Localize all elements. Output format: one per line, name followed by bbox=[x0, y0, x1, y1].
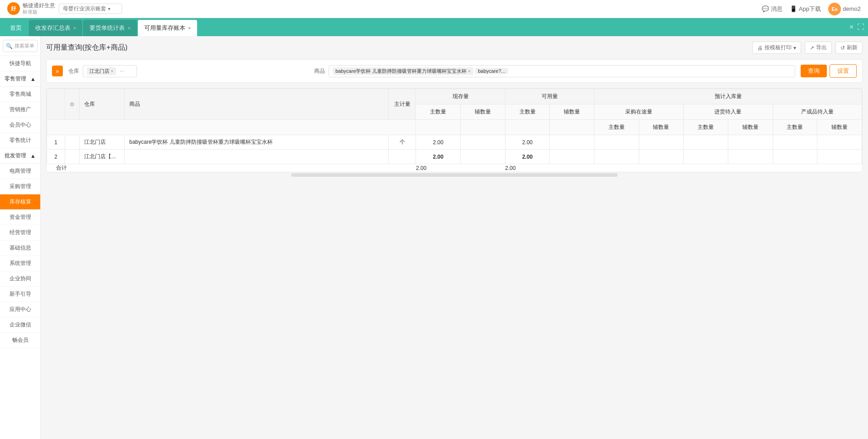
row1-avail-aux bbox=[550, 135, 594, 150]
pur-pending-aux-header: 辅数量 bbox=[728, 120, 773, 135]
table-row: 2 江北门店【... 2.00 2.00 bbox=[47, 150, 862, 164]
prod-pending-main-header: 主数量 bbox=[773, 120, 817, 135]
export-button[interactable]: ↗ 导出 bbox=[805, 42, 832, 54]
tab-receive-close-icon[interactable]: × bbox=[73, 25, 76, 31]
row1-avail-main: 2.00 bbox=[505, 135, 550, 150]
sidebar-item-operations[interactable]: 经营管理 bbox=[0, 225, 40, 241]
warehouse-tag: 江北门店 × bbox=[87, 67, 116, 75]
sidebar-item-member-center[interactable]: 会员中心 bbox=[0, 118, 40, 133]
col-forecast-header: 预计入库量 bbox=[594, 89, 862, 104]
row2-pur-pending-main bbox=[684, 150, 728, 164]
sidebar-item-inventory[interactable]: 库存核算 bbox=[0, 194, 40, 210]
template-selector[interactable]: 母婴行业演示账套 ▾ bbox=[59, 4, 122, 14]
col-gear-header: ⚙ bbox=[65, 89, 80, 120]
refresh-button[interactable]: ↺ 刷新 bbox=[835, 42, 863, 54]
main-layout: 🔍 搜索菜单 快捷导航 零售管理 ▲ 零售商城 营销推广 会员中心 零售统计 批… bbox=[0, 36, 868, 439]
col-stock-main-header: 主数量 bbox=[416, 104, 461, 120]
row1-unit: 个 bbox=[389, 135, 416, 150]
col-avail-aux-header: 辅数量 bbox=[550, 104, 594, 120]
col-unit-header: 主计量 bbox=[389, 89, 416, 120]
row2-stock-main: 2.00 bbox=[416, 150, 461, 164]
user-menu[interactable]: Ea demo2 bbox=[828, 3, 861, 15]
message-button[interactable]: 💬 消息 bbox=[762, 5, 783, 13]
row1-product: babycare学饮杯 儿童防摔防撞吸管杯重力球吸嘴杯宝宝水杯 bbox=[125, 135, 389, 150]
pur-transit-main-header: 主数量 bbox=[594, 120, 639, 135]
col-warehouse-header: 仓库 bbox=[80, 89, 125, 120]
nav-right-controls: × ⛶ bbox=[849, 18, 864, 36]
sidebar-item-ecommerce[interactable]: 电商管理 bbox=[0, 164, 40, 179]
sidebar-item-enterprise-wechat[interactable]: 企业微信 bbox=[0, 317, 40, 333]
filter-product-group: 商品 babycare学饮杯 儿童防摔防撞吸管杯重力球吸嘴杯宝宝水杯 × bab… bbox=[314, 65, 795, 77]
gear-icon[interactable]: ⚙ bbox=[70, 101, 75, 108]
sidebar-item-purchase[interactable]: 采购管理 bbox=[0, 179, 40, 194]
tab-home[interactable]: 首页 bbox=[4, 20, 28, 36]
sidebar-item-system[interactable]: 系统管理 bbox=[0, 256, 40, 271]
sidebar-search-button[interactable]: 🔍 搜索菜单 bbox=[3, 40, 38, 52]
table-container: ⚙ 仓库 商品 主计量 现存量 可用量 预计入库量 主数量 辅数量 主数量 辅数… bbox=[46, 88, 863, 172]
table-header-row: ⚙ 仓库 商品 主计量 现存量 可用量 预计入库量 bbox=[47, 89, 862, 104]
row1-stock-main: 2.00 bbox=[416, 135, 461, 150]
row1-pur-transit-main bbox=[594, 135, 639, 150]
chevron-up-icon: ▲ bbox=[30, 76, 36, 82]
warehouse-input[interactable]: 江北门店 × ··· bbox=[83, 65, 137, 77]
sidebar-item-retail-mall[interactable]: 零售商城 bbox=[0, 87, 40, 102]
tab-home-label: 首页 bbox=[10, 24, 22, 32]
filter-action-buttons: 查询 设置 bbox=[801, 64, 857, 78]
logo-text: 畅捷通好生意 bbox=[23, 2, 55, 9]
maximize-icon[interactable]: ⛶ bbox=[857, 23, 864, 31]
query-button[interactable]: 查询 bbox=[801, 65, 827, 77]
search-icon: 🔍 bbox=[6, 43, 13, 49]
sidebar-item-quick-nav[interactable]: 快捷导航 bbox=[0, 56, 40, 71]
col-no-header bbox=[47, 89, 65, 120]
filter-expand-button[interactable]: » bbox=[52, 66, 63, 76]
row2-pur-transit-aux bbox=[639, 150, 684, 164]
template-label: 母婴行业演示账套 bbox=[63, 5, 106, 13]
tab-receive-summary[interactable]: 收发存汇总表 × bbox=[29, 20, 82, 36]
row2-stock-aux bbox=[461, 150, 505, 164]
app-download-button[interactable]: 📱 App下载 bbox=[790, 5, 821, 13]
tab-available-close-icon[interactable]: × bbox=[188, 25, 191, 31]
row2-pur-pending-aux bbox=[728, 150, 773, 164]
sidebar-item-member[interactable]: 畅会员 bbox=[0, 333, 40, 348]
tab-available-stock[interactable]: 可用量库存账本 × bbox=[138, 20, 197, 36]
product-tag1-close-icon[interactable]: × bbox=[468, 69, 471, 74]
tab-order-stats[interactable]: 要货单统计表 × bbox=[83, 20, 137, 36]
export-icon: ↗ bbox=[810, 45, 814, 51]
logo-text-area: 畅捷通好生意 标准版 bbox=[23, 2, 55, 15]
row2-pur-transit-main bbox=[594, 150, 639, 164]
sidebar-item-wholesale-mgmt[interactable]: 批发管理 ▲ bbox=[0, 148, 40, 164]
print-button[interactable]: 🖨 按模板打印 ▾ bbox=[752, 42, 801, 54]
product-input[interactable]: babycare学饮杯 儿童防摔防撞吸管杯重力球吸嘴杯宝宝水杯 × babyca… bbox=[329, 65, 795, 77]
sidebar-item-enterprise[interactable]: 企业协同 bbox=[0, 271, 40, 287]
warehouse-more-icon[interactable]: ··· bbox=[118, 68, 126, 74]
page-header: 可用量查询(按仓库+商品) 🖨 按模板打印 ▾ ↗ 导出 ↺ 刷新 bbox=[46, 42, 863, 54]
tab-receive-label: 收发存汇总表 bbox=[35, 24, 71, 32]
chevron-down-icon2: ▾ bbox=[793, 45, 796, 51]
row2-avail-aux bbox=[550, 150, 594, 164]
sidebar-item-app-center[interactable]: 应用中心 bbox=[0, 302, 40, 317]
tab-order-close-icon[interactable]: × bbox=[127, 25, 130, 31]
sidebar-item-finance[interactable]: 资金管理 bbox=[0, 210, 40, 225]
sum-stock-main: 2.00 bbox=[416, 164, 461, 172]
row2-warehouse: 江北门店【... bbox=[80, 150, 125, 164]
sidebar-item-guide[interactable]: 新手引导 bbox=[0, 287, 40, 302]
col-prod-pending-header: 产成品待入量 bbox=[773, 104, 862, 120]
sidebar-item-retail-stats[interactable]: 零售统计 bbox=[0, 133, 40, 148]
close-all-icon[interactable]: × bbox=[849, 23, 854, 31]
row2-product bbox=[125, 150, 389, 164]
sum-label: 合计 bbox=[47, 164, 416, 172]
prod-pending-aux-header: 辅数量 bbox=[817, 120, 862, 135]
row1-warehouse: 江北门店 bbox=[80, 135, 125, 150]
warehouse-tag-close-icon[interactable]: × bbox=[111, 69, 113, 74]
sidebar-item-marketing[interactable]: 营销推广 bbox=[0, 102, 40, 118]
warehouse-label: 仓库 bbox=[68, 67, 79, 75]
row1-prod-pending-main bbox=[773, 135, 817, 150]
logo-icon: 好 bbox=[7, 2, 20, 15]
sidebar-item-basic-info[interactable]: 基础信息 bbox=[0, 241, 40, 256]
col-stock-header: 现存量 bbox=[416, 89, 505, 104]
top-bar-right: 💬 消息 📱 App下载 Ea demo2 bbox=[762, 3, 861, 15]
sidebar-item-retail-mgmt[interactable]: 零售管理 ▲ bbox=[0, 71, 40, 87]
settings-button[interactable]: 设置 bbox=[830, 64, 857, 78]
tab-order-label: 要货单统计表 bbox=[90, 24, 125, 32]
data-table: ⚙ 仓库 商品 主计量 现存量 可用量 预计入库量 主数量 辅数量 主数量 辅数… bbox=[47, 89, 862, 172]
